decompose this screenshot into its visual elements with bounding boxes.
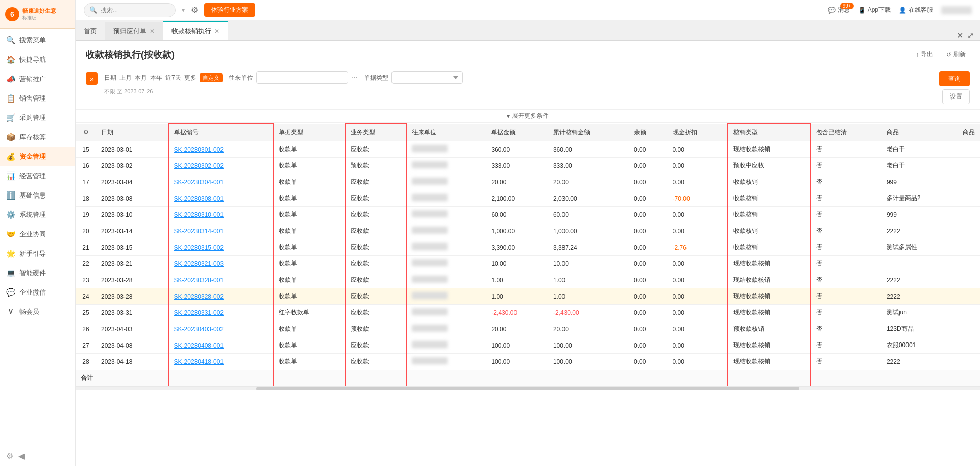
date-7days[interactable]: 近7天 <box>165 73 181 82</box>
bill-no-link[interactable]: SK-20230301-002 <box>174 146 224 153</box>
footer-collapse-icon[interactable]: ◀ <box>18 451 24 461</box>
guide-icon: 🌟 <box>6 249 15 258</box>
sidebar-item-marketing[interactable]: 📣 营销推广 <box>0 69 75 89</box>
cell-amount: 1,000.00 <box>486 223 548 239</box>
sidebar-item-guide[interactable]: 🌟 新手引导 <box>0 244 75 263</box>
cell-verify-type: 现结收款核销 <box>728 256 811 272</box>
bill-no-link[interactable]: SK-20230304-001 <box>174 179 224 186</box>
cell-bill-type: 红字收款单 <box>273 305 345 321</box>
date-this-month[interactable]: 本月 <box>135 73 147 82</box>
date-custom-btn[interactable]: 自定义 <box>200 73 223 82</box>
bill-no-link[interactable]: SK-20230315-002 <box>174 244 224 251</box>
tab-close-verify[interactable]: ✕ <box>214 28 219 35</box>
sidebar-item-finance[interactable]: 💰 资金管理 <box>0 147 75 166</box>
bill-no-link[interactable]: SK-20230403-002 <box>174 326 224 333</box>
sidebar-item-enterprise[interactable]: 🤝 企业协同 <box>0 225 75 244</box>
total-verified <box>548 370 629 386</box>
sidebar-item-hardware[interactable]: 💻 智能硬件 <box>0 263 75 283</box>
bill-no-link[interactable]: SK-20230308-001 <box>174 195 224 202</box>
filter-fields: 日期 上月 本月 本年 近7天 更多 自定义 往来单位 <box>104 71 933 95</box>
total-settled <box>811 370 881 386</box>
dropdown-chevron-icon[interactable]: ▾ <box>182 7 185 14</box>
bill-no-link[interactable]: SK-20230408-001 <box>174 342 224 349</box>
scroll-thumb[interactable] <box>256 387 799 390</box>
sidebar-item-basic[interactable]: ℹ️ 基础信息 <box>0 186 75 205</box>
cell-verify-type: 收款核销 <box>728 190 811 207</box>
expand-more-button[interactable]: ▾ 展开更多条件 <box>507 112 549 120</box>
sidebar-item-purchase[interactable]: 🛒 采购管理 <box>0 108 75 128</box>
cell-biz-type: 预收款 <box>345 158 406 174</box>
bill-no-link[interactable]: SK-20230328-001 <box>174 277 224 284</box>
gear-button[interactable]: ⚙ <box>191 5 198 15</box>
more-filters-icon[interactable]: ··· <box>351 73 358 82</box>
message-item[interactable]: 💬 消息 99+ <box>828 6 850 14</box>
app-icon: 📱 <box>858 7 866 14</box>
date-last-month[interactable]: 上月 <box>119 73 132 82</box>
sidebar-item-member[interactable]: V 畅会员 <box>0 302 75 322</box>
table-row: 23 2023-03-28 SK-20230328-001 收款单 应收款 1.… <box>76 272 980 288</box>
header-search-box[interactable]: 🔍 <box>84 3 176 17</box>
online-service-item[interactable]: 👤 在线客服 <box>899 6 933 14</box>
tab-home[interactable]: 首页 <box>76 22 105 40</box>
sidebar-item-search[interactable]: 🔍 搜索菜单 <box>0 31 75 50</box>
app-download-item[interactable]: 📱 App下载 <box>858 6 891 14</box>
cell-include-settled: 否 <box>811 158 881 174</box>
bill-no-link[interactable]: SK-20230314-001 <box>174 228 224 235</box>
bill-no-link[interactable]: SK-20230418-001 <box>174 358 224 365</box>
table-settings-icon[interactable]: ⚙ <box>83 129 89 136</box>
query-button[interactable]: 查询 <box>939 71 970 86</box>
bill-no-link[interactable]: SK-20230302-002 <box>174 162 224 169</box>
cell-verified-amount: 1.00 <box>548 288 629 305</box>
cell-bill-type: 收款单 <box>273 207 345 223</box>
cell-verify-type: 预收中应收 <box>728 158 811 174</box>
cell-index: 28 <box>76 354 96 370</box>
cell-bill-type: 收款单 <box>273 174 345 190</box>
cell-cash-discount: 0.00 <box>668 288 728 305</box>
system-icon: ⚙️ <box>6 210 15 219</box>
cell-balance: 0.00 <box>629 190 668 207</box>
cell-balance: 0.00 <box>629 141 668 158</box>
bill-no-link[interactable]: SK-20230321-003 <box>174 260 224 267</box>
bill-no-link[interactable]: SK-20230310-001 <box>174 211 224 218</box>
tab-close-prepay[interactable]: ✕ <box>150 28 155 35</box>
th-settings[interactable]: ⚙ <box>76 124 96 141</box>
cell-company <box>406 190 486 207</box>
export-button[interactable]: ↑ 导出 <box>912 48 937 61</box>
close-all-tabs-icon[interactable]: ✕ <box>957 31 963 40</box>
bill-type-select[interactable] <box>391 71 463 84</box>
cell-bill-no: SK-20230310-001 <box>168 207 273 223</box>
total-label: 合计 <box>76 370 168 386</box>
company-input[interactable] <box>256 71 348 84</box>
cell-company <box>406 337 486 354</box>
tab-verify[interactable]: 收款核销执行 ✕ <box>163 21 228 40</box>
bill-no-link[interactable]: SK-20230328-002 <box>174 293 224 300</box>
cell-product2 <box>958 223 980 239</box>
bill-no-link[interactable]: SK-20230331-002 <box>174 309 224 316</box>
cell-product2 <box>958 256 980 272</box>
search-icon: 🔍 <box>89 6 97 14</box>
sidebar-item-quicknav[interactable]: 🏠 快捷导航 <box>0 50 75 69</box>
cell-bill-no: SK-20230328-001 <box>168 272 273 288</box>
settings-button[interactable]: 设置 <box>942 89 970 104</box>
footer-settings-icon[interactable]: ⚙ <box>6 451 13 461</box>
filter-bar: » 日期 上月 本月 本年 近7天 更多 自定义 <box>76 66 980 110</box>
maximize-icon[interactable]: ⤢ <box>967 31 974 40</box>
sidebar-item-wechat[interactable]: 💬 企业微信 <box>0 283 75 302</box>
cell-include-settled: 否 <box>811 190 881 207</box>
date-more[interactable]: 更多 <box>184 73 197 82</box>
sidebar-item-sales[interactable]: 📋 销售管理 <box>0 89 75 108</box>
filter-toggle-btn[interactable]: » <box>86 72 98 85</box>
refresh-button[interactable]: ↺ 刷新 <box>942 48 970 61</box>
date-this-year[interactable]: 本年 <box>150 73 162 82</box>
cell-company <box>406 239 486 256</box>
sidebar-item-operation[interactable]: 📊 经营管理 <box>0 166 75 186</box>
cell-bill-type: 收款单 <box>273 223 345 239</box>
horizontal-scrollbar[interactable] <box>76 386 980 390</box>
sidebar-item-system[interactable]: ⚙️ 系统管理 <box>0 205 75 225</box>
th-biz-type: 业务类型 <box>345 124 406 141</box>
industry-button[interactable]: 体验行业方案 <box>204 3 255 17</box>
cell-verify-type: 现结收款核销 <box>728 305 811 321</box>
sidebar-item-inventory[interactable]: 📦 库存核算 <box>0 128 75 147</box>
tab-prepay[interactable]: 预归应付单 ✕ <box>105 22 163 40</box>
search-input[interactable] <box>101 7 162 14</box>
